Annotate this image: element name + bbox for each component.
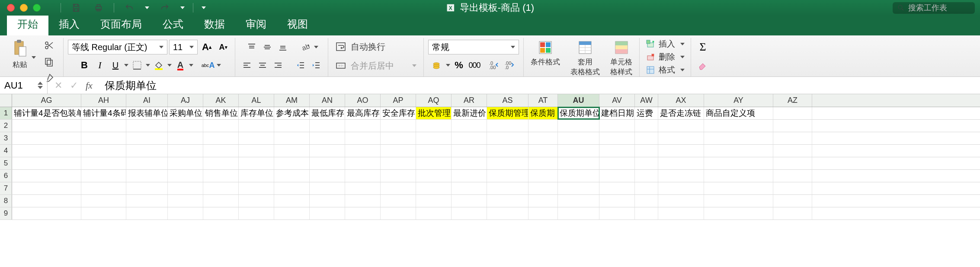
orientation-button[interactable]: ab	[298, 40, 313, 54]
cell-AG6[interactable]	[12, 170, 81, 182]
cell-AG8[interactable]	[12, 195, 81, 207]
align-top-button[interactable]	[244, 40, 259, 54]
column-header-AW[interactable]: AW	[635, 94, 658, 107]
cell-AZ3[interactable]	[773, 132, 812, 144]
redo-dropdown[interactable]	[180, 0, 185, 15]
cell-AJ7[interactable]	[168, 182, 203, 194]
underline-button[interactable]: U	[108, 58, 123, 73]
cell-AK2[interactable]	[203, 120, 239, 132]
phonetic-dropdown[interactable]	[216, 58, 221, 73]
align-middle-button[interactable]	[260, 40, 275, 54]
column-header-AQ[interactable]: AQ	[416, 94, 452, 107]
cell-AU8[interactable]	[558, 195, 599, 207]
cell-AH5[interactable]	[81, 157, 126, 169]
copy-button[interactable]	[42, 54, 56, 69]
redo-button[interactable]	[157, 0, 172, 15]
border-dropdown[interactable]	[145, 58, 151, 73]
cell-AG7[interactable]	[12, 182, 81, 194]
cell-AW2[interactable]	[635, 120, 658, 132]
table-format-button[interactable]: 套用 表格格式	[568, 38, 602, 78]
cell-AU1[interactable]: 保质期单位	[558, 107, 599, 119]
cell-AL1[interactable]: 库存单位	[239, 107, 274, 119]
cancel-formula-button[interactable]: ✕	[54, 80, 62, 91]
cell-AQ3[interactable]	[416, 132, 452, 144]
paste-button[interactable]: 粘贴	[9, 38, 31, 70]
save-button[interactable]	[69, 0, 83, 15]
font-size-select[interactable]: 11	[169, 40, 198, 54]
cell-AV4[interactable]	[599, 145, 635, 157]
phonetic-button[interactable]: abcA	[201, 58, 215, 73]
cut-button[interactable]	[42, 38, 56, 53]
cell-AQ6[interactable]	[416, 170, 452, 182]
cell-AQ4[interactable]	[416, 145, 452, 157]
cell-AG9[interactable]	[12, 207, 81, 219]
cell-AQ2[interactable]	[416, 120, 452, 132]
column-header-AY[interactable]: AY	[704, 94, 773, 107]
cell-AW4[interactable]	[635, 145, 658, 157]
row-header-2[interactable]: 2	[0, 120, 12, 132]
cell-AN2[interactable]	[310, 120, 345, 132]
cell-AX7[interactable]	[658, 182, 704, 194]
align-right-button[interactable]	[271, 58, 285, 73]
cell-AV3[interactable]	[599, 132, 635, 144]
cell-AU6[interactable]	[558, 170, 599, 182]
cell-AJ8[interactable]	[168, 195, 203, 207]
tab-插入[interactable]: 插入	[48, 14, 90, 35]
row-header-1[interactable]: 1	[0, 107, 12, 119]
cell-AS4[interactable]	[487, 145, 528, 157]
tab-公式[interactable]: 公式	[152, 14, 194, 35]
row-header-5[interactable]: 5	[0, 157, 12, 169]
cell-AX3[interactable]	[658, 132, 704, 144]
cell-styles-button[interactable]: 单元格 格样式	[608, 38, 635, 78]
cell-AH4[interactable]	[81, 145, 126, 157]
cell-AP7[interactable]	[381, 182, 416, 194]
cell-AJ2[interactable]	[168, 120, 203, 132]
cell-AJ3[interactable]	[168, 132, 203, 144]
cell-AY1[interactable]: 商品自定义项	[704, 107, 773, 119]
cell-AI6[interactable]	[126, 170, 168, 182]
column-header-AJ[interactable]: AJ	[168, 94, 203, 107]
select-all-corner[interactable]	[0, 94, 12, 107]
cell-AG2[interactable]	[12, 120, 81, 132]
tab-审阅[interactable]: 审阅	[235, 14, 277, 35]
cell-AM9[interactable]	[274, 207, 310, 219]
align-left-button[interactable]	[240, 58, 254, 73]
italic-button[interactable]: I	[93, 58, 107, 73]
orientation-dropdown[interactable]	[314, 40, 319, 54]
column-header-AO[interactable]: AO	[345, 94, 381, 107]
cell-AM2[interactable]	[274, 120, 310, 132]
cell-AO7[interactable]	[345, 182, 381, 194]
cell-AN8[interactable]	[310, 195, 345, 207]
currency-dropdown[interactable]	[445, 58, 451, 73]
column-header-AV[interactable]: AV	[599, 94, 635, 107]
cell-AI3[interactable]	[126, 132, 168, 144]
qat-customize[interactable]	[201, 0, 206, 15]
cell-AT2[interactable]	[528, 120, 558, 132]
cell-AV5[interactable]	[599, 157, 635, 169]
cell-AN6[interactable]	[310, 170, 345, 182]
cell-AT4[interactable]	[528, 145, 558, 157]
column-header-AH[interactable]: AH	[81, 94, 126, 107]
cell-AR4[interactable]	[452, 145, 487, 157]
cell-AX8[interactable]	[658, 195, 704, 207]
cell-AP4[interactable]	[381, 145, 416, 157]
cell-AX9[interactable]	[658, 207, 704, 219]
cell-AN7[interactable]	[310, 182, 345, 194]
cell-AO6[interactable]	[345, 170, 381, 182]
cell-AJ1[interactable]: 采购单位	[168, 107, 203, 119]
cell-AL3[interactable]	[239, 132, 274, 144]
cell-AY9[interactable]	[704, 207, 773, 219]
cell-AM8[interactable]	[274, 195, 310, 207]
column-header-AU[interactable]: AU	[558, 94, 599, 107]
cell-AI4[interactable]	[126, 145, 168, 157]
cell-AW5[interactable]	[635, 157, 658, 169]
format-cells-button[interactable]: 格式	[644, 64, 686, 76]
cell-AU2[interactable]	[558, 120, 599, 132]
cell-AN4[interactable]	[310, 145, 345, 157]
cell-AW1[interactable]: 运费	[635, 107, 658, 119]
cell-AM3[interactable]	[274, 132, 310, 144]
cell-AI7[interactable]	[126, 182, 168, 194]
cell-AG3[interactable]	[12, 132, 81, 144]
cell-AY8[interactable]	[704, 195, 773, 207]
cell-AH1[interactable]: 辅计量4条码	[81, 107, 126, 119]
